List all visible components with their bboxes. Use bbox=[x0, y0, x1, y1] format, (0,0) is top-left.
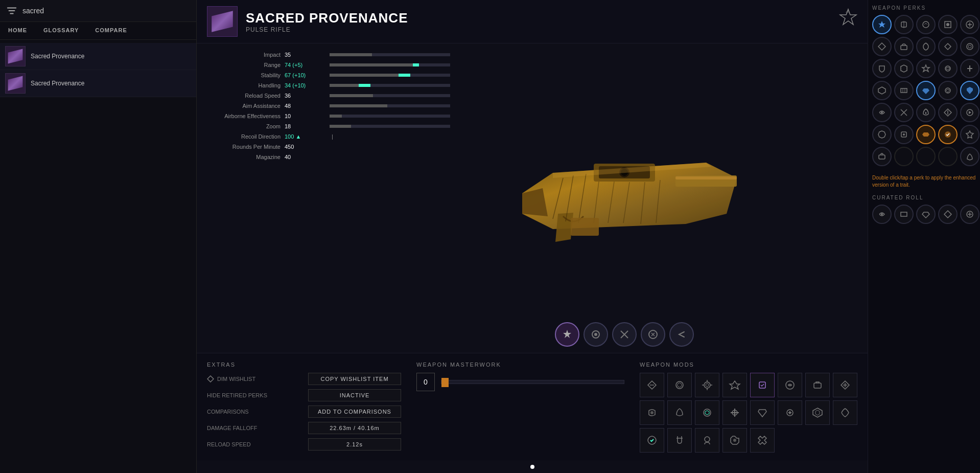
curated-perk-2[interactable] bbox=[916, 205, 936, 224]
perk-slot-16[interactable] bbox=[894, 81, 914, 100]
perk-button-3[interactable] bbox=[641, 322, 665, 347]
curated-perk-0[interactable] bbox=[872, 205, 892, 224]
mod-slot-12[interactable] bbox=[750, 400, 775, 425]
perk-slot-8[interactable] bbox=[938, 37, 958, 56]
perk-slot-21[interactable] bbox=[894, 103, 914, 122]
mod-slot-19[interactable] bbox=[722, 428, 747, 453]
curated-perk-4[interactable] bbox=[960, 205, 979, 224]
copy-wishlist-button[interactable]: COPY WISHLIST ITEM bbox=[308, 373, 401, 385]
mod-slot-8[interactable] bbox=[640, 400, 664, 425]
inactive-button[interactable]: INACTIVE bbox=[308, 389, 401, 401]
mods-grid bbox=[640, 373, 857, 453]
sidebar-nav-compare[interactable]: COMPARE bbox=[87, 22, 135, 39]
stat-value: 100 ▲ bbox=[285, 133, 325, 140]
mod-slot-9[interactable] bbox=[667, 400, 692, 425]
perk-slot-6[interactable] bbox=[894, 37, 914, 56]
main-content: SACRED PROVENANCE PULSE RIFLE Impact 35 … bbox=[197, 0, 868, 473]
perk-slot-10[interactable] bbox=[872, 59, 892, 78]
stat-bar bbox=[330, 63, 413, 66]
perk-slot-3[interactable] bbox=[938, 15, 958, 34]
perk-button-2[interactable] bbox=[612, 322, 637, 347]
mod-slot-6[interactable] bbox=[805, 373, 830, 397]
mod-slot-15[interactable] bbox=[833, 400, 857, 425]
sidebar: HOME GLOSSARY COMPARE Sacred Provenance … bbox=[0, 0, 197, 473]
stat-bar bbox=[330, 84, 359, 87]
mod-slot-16[interactable] bbox=[640, 428, 664, 453]
perk-slot-5[interactable] bbox=[872, 37, 892, 56]
weapon-header-icon bbox=[207, 6, 238, 37]
perk-slot-4[interactable] bbox=[960, 15, 979, 34]
perk-slot-9[interactable] bbox=[960, 37, 979, 56]
search-input[interactable] bbox=[22, 7, 190, 15]
weapon-star-icon[interactable] bbox=[839, 8, 857, 28]
perk-slot-30[interactable] bbox=[872, 147, 892, 166]
perk-slot-27[interactable] bbox=[916, 125, 936, 144]
dot-indicator-row bbox=[197, 461, 868, 473]
perk-slot-32[interactable] bbox=[916, 147, 936, 166]
perk-slot-25[interactable] bbox=[872, 125, 892, 144]
stat-label: Magazine bbox=[209, 154, 281, 160]
perk-slot-15[interactable] bbox=[872, 81, 892, 100]
perk-slot-1[interactable] bbox=[894, 15, 914, 34]
perk-slot-28[interactable] bbox=[938, 125, 958, 144]
perk-slot-26[interactable] bbox=[894, 125, 914, 144]
mod-slot-0[interactable] bbox=[640, 373, 664, 397]
perk-slot-13[interactable] bbox=[938, 59, 958, 78]
mod-slot-10[interactable] bbox=[695, 400, 719, 425]
perk-slot-33[interactable] bbox=[938, 147, 958, 166]
perk-slot-34[interactable] bbox=[960, 147, 979, 166]
extras-panel: EXTRAS DIM WISHLIST COPY WISHLIST ITEM H… bbox=[207, 362, 401, 453]
curated-perk-1[interactable] bbox=[894, 205, 914, 224]
add-comparisons-button[interactable]: ADD TO COMPARISONS bbox=[308, 406, 401, 418]
stat-value: 450 bbox=[285, 144, 325, 150]
perk-slot-11[interactable] bbox=[894, 59, 914, 78]
perk-slot-7[interactable] bbox=[916, 37, 936, 56]
stat-value: 74 (+5) bbox=[285, 62, 325, 68]
mod-slot-13[interactable] bbox=[778, 400, 802, 425]
stat-row-rpm: Rounds Per Minute 450 bbox=[209, 144, 450, 150]
curated-perk-3[interactable] bbox=[938, 205, 958, 224]
perk-slot-2[interactable] bbox=[916, 15, 936, 34]
perk-slot-18[interactable] bbox=[938, 81, 958, 100]
mod-slot-4[interactable] bbox=[750, 373, 775, 397]
stat-label: Airborne Effectiveness bbox=[209, 113, 281, 119]
perk-slot-20[interactable] bbox=[872, 103, 892, 122]
perk-slot-23[interactable] bbox=[938, 103, 958, 122]
svg-marker-25 bbox=[442, 379, 448, 385]
perk-slot-29[interactable] bbox=[960, 125, 979, 144]
stat-row-reload: Reload Speed 36 bbox=[209, 93, 450, 99]
perk-button-4[interactable] bbox=[669, 322, 694, 347]
mod-slot-2[interactable] bbox=[695, 373, 719, 397]
mod-slot-14[interactable] bbox=[805, 400, 830, 425]
perk-slot-19[interactable] bbox=[960, 81, 979, 100]
masterwork-slider[interactable] bbox=[441, 380, 624, 384]
stat-row-zoom: Zoom 18 bbox=[209, 123, 450, 129]
mod-slot-11[interactable] bbox=[722, 400, 747, 425]
svg-point-63 bbox=[881, 111, 883, 114]
mod-slot-5[interactable] bbox=[778, 373, 802, 397]
list-item[interactable]: Sacred Provenance bbox=[0, 70, 196, 97]
perk-slot-24[interactable] bbox=[960, 103, 979, 122]
svg-marker-1 bbox=[846, 10, 849, 12]
mod-slot-17[interactable] bbox=[667, 428, 692, 453]
perk-button-0[interactable] bbox=[555, 322, 579, 347]
perk-slot-22[interactable] bbox=[916, 103, 936, 122]
perk-button-1[interactable] bbox=[584, 322, 608, 347]
perk-slot-0[interactable] bbox=[872, 15, 892, 34]
perk-slot-17[interactable] bbox=[916, 81, 936, 100]
sidebar-nav-home[interactable]: HOME bbox=[0, 22, 35, 39]
mod-slot-18[interactable] bbox=[695, 428, 719, 453]
mod-slot-1[interactable] bbox=[667, 373, 692, 397]
mod-slot-3[interactable] bbox=[722, 373, 747, 397]
perk-slot-31[interactable] bbox=[894, 147, 914, 166]
mod-slot-7[interactable] bbox=[833, 373, 857, 397]
stat-bonus-bar bbox=[413, 63, 419, 66]
stat-row-stability: Stability 67 (+10) bbox=[209, 72, 450, 78]
perk-slot-12[interactable] bbox=[916, 59, 936, 78]
sidebar-nav-glossary[interactable]: GLOSSARY bbox=[35, 22, 87, 39]
stat-bar-container bbox=[330, 104, 450, 107]
sidebar-header bbox=[0, 0, 196, 22]
mod-slot-20[interactable] bbox=[750, 428, 775, 453]
perk-slot-14[interactable] bbox=[960, 59, 979, 78]
list-item[interactable]: Sacred Provenance bbox=[0, 43, 196, 70]
